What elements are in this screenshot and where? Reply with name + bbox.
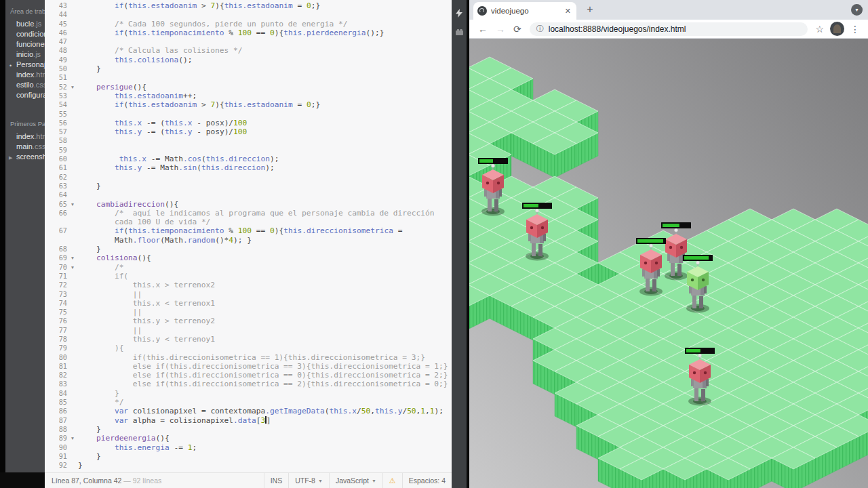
sidebar-item-configurador[interactable]: configurador. (5, 90, 45, 100)
line-number: 75 (45, 308, 67, 317)
sidebar-item-screenshots[interactable]: ▶screenshots (5, 152, 45, 162)
line-number: 86 (45, 407, 67, 415)
code-line-59[interactable]: 59 (45, 146, 452, 155)
code-text: this.energia -= 1; (78, 443, 452, 452)
browser-tab[interactable]: videojuego ✕ (473, 2, 576, 20)
page-info-icon[interactable]: ⓘ (536, 24, 544, 34)
tab-close-icon[interactable]: ✕ (564, 5, 572, 17)
encoding-selector[interactable]: UTF-8▼ (288, 473, 329, 488)
back-button[interactable]: ← (474, 24, 492, 35)
sidebar-item-index[interactable]: index.html (5, 131, 45, 142)
profile-avatar[interactable] (830, 22, 844, 36)
code-fold-icon[interactable]: ▼ (67, 434, 78, 443)
code-line-74[interactable]: 74 this.x < terrenox1 (45, 299, 452, 308)
live-preview-button[interactable] (452, 5, 467, 20)
bookmark-star-icon[interactable]: ☆ (812, 24, 827, 35)
code-line-47[interactable]: 47 (45, 37, 452, 46)
code-line-70[interactable]: 70▼ /* (45, 263, 452, 272)
code-line-82[interactable]: 82 else if(this.direccionisometrica == 0… (45, 371, 452, 380)
code-line-58[interactable]: 58 (45, 136, 452, 145)
code-line-92[interactable]: 92} (45, 461, 452, 470)
code-line-67[interactable]: 67 if(this.tiemponacimiento % 100 == 0){… (45, 226, 452, 245)
code-line-66[interactable]: 66 /* aquí le indicamos al programa que … (45, 209, 452, 227)
code-line-90[interactable]: 90 this.energia -= 1; (45, 443, 452, 452)
lint-warning-indicator[interactable]: ⚠ (382, 473, 402, 488)
code-line-83[interactable]: 83 else if(this.direccionisometrica == 2… (45, 380, 452, 388)
code-line-53[interactable]: 53 this.estadoanim++; (45, 92, 452, 100)
insert-mode-indicator[interactable]: INS (264, 473, 289, 488)
code-line-88[interactable]: 88 } (45, 425, 452, 434)
reload-button[interactable]: ⟳ (509, 24, 526, 35)
indent-setting[interactable]: Espacios: 4 (402, 473, 452, 488)
code-line-85[interactable]: 85 */ (45, 398, 452, 407)
code-line-80[interactable]: 80 if(this.direccionisometrica == 1){thi… (45, 353, 452, 362)
sidebar-item-main[interactable]: main.css (5, 142, 45, 152)
code-line-60[interactable]: 60 this.x -= Math.cos(this.direccion); (45, 155, 452, 163)
character-leg (652, 279, 656, 291)
active-file-dot: • (9, 62, 12, 70)
code-line-77[interactable]: 77 || (45, 326, 452, 335)
code-line-45[interactable]: 45 /* Cada 100 segundos, pierde un punto… (45, 20, 452, 28)
code-line-61[interactable]: 61 this.y -= Math.sin(this.direccion); (45, 163, 452, 172)
character-leg (494, 199, 498, 211)
code-line-51[interactable]: 51 (45, 73, 452, 82)
extension-manager-button[interactable] (452, 24, 467, 39)
sidebar-item-bucle[interactable]: bucle.js (5, 19, 45, 29)
code-line-49[interactable]: 49 this.colisiona(); (45, 56, 452, 64)
sidebar-item-condicionesin[interactable]: condicionesin (5, 29, 45, 39)
code-text: if(this.estadoanim > 7){this.estadoanim … (78, 1, 452, 10)
sidebar-item-funciones[interactable]: funciones.js (5, 39, 45, 49)
code-line-89[interactable]: 89▼ pierdeenergia(){ (45, 434, 452, 443)
code-line-65[interactable]: 65▼ cambiadireccion(){ (45, 200, 452, 209)
forward-button[interactable]: → (492, 24, 509, 35)
code-line-52[interactable]: 52▼ persigue(){ (45, 83, 452, 92)
code-line-46[interactable]: 46 if(this.tiemponacimiento % 100 == 0){… (45, 28, 452, 37)
code-line-86[interactable]: 86 var colisionapixel = contextomapa.get… (45, 407, 452, 415)
sidebar-item-Personaje[interactable]: •Personaje.js (5, 60, 45, 70)
code-line-56[interactable]: 56 this.x -= (this.x - posx)/100 (45, 119, 452, 127)
sidebar-item-estilo[interactable]: estilo.css (5, 80, 45, 90)
code-line-87[interactable]: 87 var alpha = colisionapixel.data[3] (45, 416, 452, 425)
code-line-55[interactable]: 55 (45, 110, 452, 119)
code-line-84[interactable]: 84 } (45, 389, 452, 398)
code-line-73[interactable]: 73 || (45, 290, 452, 299)
code-line-44[interactable]: 44 (45, 10, 452, 19)
code-line-72[interactable]: 72 this.x > terrenox2 (45, 281, 452, 289)
code-line-62[interactable]: 62 (45, 173, 452, 182)
code-line-64[interactable]: 64 (45, 190, 452, 199)
code-line-57[interactable]: 57 this.y -= (this.y - posy)/100 (45, 127, 452, 136)
code-editor[interactable]: 43 if(this.estadoanim > 7){this.estadoan… (45, 0, 452, 472)
code-line-63[interactable]: 63 } (45, 182, 452, 190)
new-tab-button[interactable]: + (582, 1, 598, 18)
game-canvas[interactable] (469, 39, 868, 488)
code-text: } (78, 389, 452, 398)
code-line-54[interactable]: 54 if(this.estadoanim > 7){this.estadoan… (45, 100, 452, 109)
game-viewport[interactable] (469, 39, 868, 488)
code-lines[interactable]: 43 if(this.estadoanim > 7){this.estadoan… (45, 0, 452, 470)
code-line-78[interactable]: 78 this.y < terrenoy1 (45, 335, 452, 344)
code-line-79[interactable]: 79 ){ (45, 344, 452, 352)
code-line-75[interactable]: 75 || (45, 308, 452, 317)
language-selector[interactable]: JavaScript▼ (329, 473, 382, 488)
code-line-43[interactable]: 43 if(this.estadoanim > 7){this.estadoan… (45, 1, 452, 10)
sidebar-item-inicio[interactable]: inicio.js (5, 49, 45, 60)
code-fold-icon[interactable]: ▼ (67, 253, 78, 262)
code-line-50[interactable]: 50 } (45, 64, 452, 73)
address-bar[interactable]: ⓘ localhost:8888/videojuegos/index.html (530, 22, 808, 36)
folder-collapse-icon[interactable]: ▶ (9, 154, 12, 161)
code-line-76[interactable]: 76 this.y > terrenoy2 (45, 317, 452, 325)
code-line-91[interactable]: 91 } (45, 452, 452, 461)
character-leg (699, 296, 703, 308)
code-line-69[interactable]: 69▼ colisiona(){ (45, 253, 452, 262)
code-line-48[interactable]: 48 /* Calcula las colisiones */ (45, 46, 452, 55)
code-line-81[interactable]: 81 else if(this.direccionisometrica == 3… (45, 362, 452, 371)
code-line-71[interactable]: 71 if( (45, 272, 452, 281)
gutter-space (67, 344, 78, 352)
code-fold-icon[interactable]: ▼ (67, 83, 78, 92)
code-fold-icon[interactable]: ▼ (67, 200, 78, 209)
tab-search-button[interactable]: ▼ (851, 4, 863, 16)
code-line-68[interactable]: 68 } (45, 245, 452, 253)
code-fold-icon[interactable]: ▼ (67, 263, 78, 272)
sidebar-item-index[interactable]: index.html (5, 70, 45, 80)
menu-dots-icon[interactable]: ⋮ (847, 24, 863, 35)
